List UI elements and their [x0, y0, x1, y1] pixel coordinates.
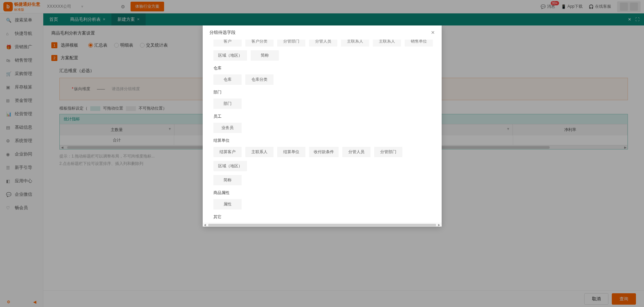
- field-chip-row: 简称: [213, 175, 434, 185]
- field-chip[interactable]: 结算客户: [213, 147, 242, 157]
- field-chip-row: 部门: [213, 99, 434, 109]
- modal-overlay: 分组待选字段 ✕ 客户客户分类分管部门分管人员主联系人主联系人销售单位 区域（地…: [0, 0, 644, 307]
- scroll-left-icon[interactable]: ◀: [203, 223, 207, 227]
- field-chip-row: 属性: [213, 199, 434, 209]
- field-chip[interactable]: 分管部门: [374, 147, 402, 157]
- field-chip[interactable]: 部门: [213, 99, 242, 109]
- field-chip[interactable]: 结算单位: [277, 147, 305, 157]
- field-chip[interactable]: 主联系人: [245, 147, 274, 157]
- field-chip[interactable]: 主联系人: [373, 40, 401, 47]
- field-chip[interactable]: 客户: [213, 40, 242, 47]
- field-chip[interactable]: 简称: [251, 50, 279, 61]
- modal-hscroll[interactable]: ◀ ▶: [203, 223, 442, 227]
- field-chip[interactable]: 主联系人: [341, 40, 369, 47]
- close-icon[interactable]: ✕: [431, 30, 435, 35]
- field-chip[interactable]: 客户分类: [245, 40, 274, 47]
- scroll-right-icon[interactable]: ▶: [437, 223, 442, 227]
- field-chip[interactable]: 仓库: [213, 74, 242, 85]
- field-group-title: 仓库: [213, 65, 434, 71]
- scroll-thumb[interactable]: [208, 224, 436, 226]
- field-chip[interactable]: 属性: [213, 199, 242, 209]
- field-chip[interactable]: 仓库分类: [245, 74, 274, 85]
- field-chip[interactable]: 分管人员: [342, 147, 370, 157]
- field-group-title: 其它: [213, 214, 434, 220]
- field-chip-row: 结算客户主联系人结算单位收付款条件分管人员分管部门区域（地区）: [213, 147, 434, 171]
- field-chip[interactable]: 销售单位: [405, 40, 433, 47]
- field-chip[interactable]: 分管人员: [309, 40, 337, 47]
- field-chip[interactable]: 收付款条件: [309, 147, 339, 157]
- field-chip[interactable]: 区域（地区）: [213, 50, 247, 61]
- field-chip[interactable]: 分管部门: [277, 40, 305, 47]
- modal-title: 分组待选字段: [209, 29, 236, 36]
- field-chip[interactable]: 简称: [213, 175, 242, 185]
- field-chip[interactable]: 业务员: [213, 123, 242, 133]
- group-field-modal: 分组待选字段 ✕ 客户客户分类分管部门分管人员主联系人主联系人销售单位 区域（地…: [203, 25, 442, 227]
- field-chip-row: 业务员: [213, 123, 434, 133]
- modal-header: 分组待选字段 ✕: [203, 25, 442, 40]
- field-chip-row: 仓库仓库分类: [213, 74, 434, 85]
- field-group-title: 部门: [213, 89, 434, 95]
- field-group-title: 结算单位: [213, 138, 434, 143]
- field-group-title: 员工: [213, 114, 434, 119]
- field-group-title: 商品属性: [213, 190, 434, 196]
- field-chip[interactable]: 区域（地区）: [213, 161, 247, 171]
- modal-body: 客户客户分类分管部门分管人员主联系人主联系人销售单位 区域（地区）简称 仓库仓库…: [203, 40, 442, 223]
